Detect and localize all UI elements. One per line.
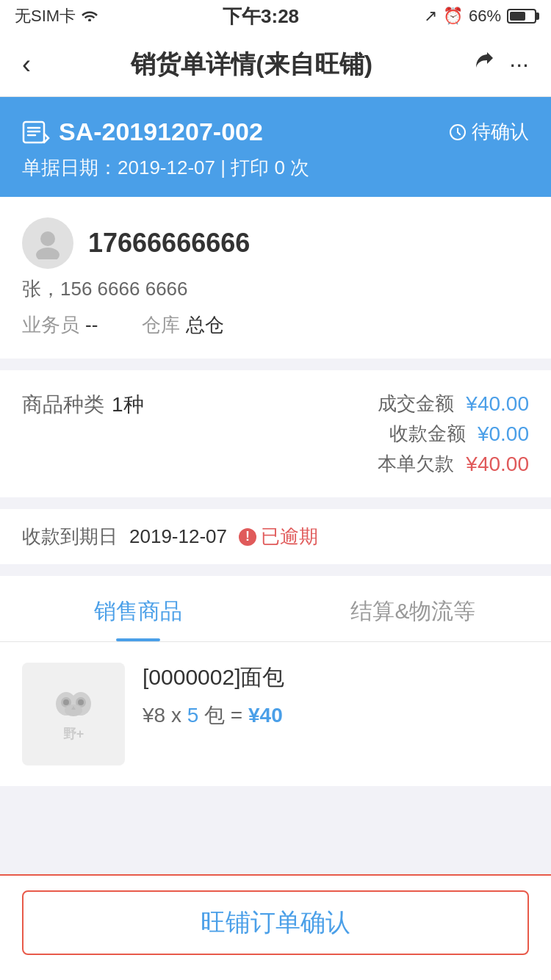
battery-label: 66% bbox=[469, 7, 501, 26]
product-thumbnail: 野+ bbox=[22, 663, 125, 765]
customer-section: 17666666666 张，156 6666 6666 业务员 -- 仓库 总仓 bbox=[0, 197, 551, 359]
status-bar: 无SIM卡 下午3:28 ↗ ⏰ 66% bbox=[0, 0, 551, 32]
order-id-icon bbox=[22, 120, 50, 144]
carrier-label: 无SIM卡 bbox=[15, 5, 76, 27]
back-button[interactable]: ‹ bbox=[22, 49, 31, 80]
page-title: 销货单详情(来自旺铺) bbox=[131, 48, 372, 82]
product-info: [0000002]面包 ¥8 x 5 包 = ¥40 bbox=[143, 663, 529, 729]
product-name: [0000002]面包 bbox=[143, 663, 529, 693]
summary-right: 成交金额 ¥40.00 收款金额 ¥0.00 本单欠款 ¥40.00 bbox=[378, 391, 529, 477]
summary-row-owed: 本单欠款 ¥40.00 bbox=[378, 451, 529, 477]
more-button[interactable]: ··· bbox=[509, 51, 529, 78]
clock-icon bbox=[450, 124, 466, 140]
svg-point-8 bbox=[63, 699, 69, 705]
battery-icon bbox=[507, 9, 536, 24]
svg-point-3 bbox=[36, 248, 60, 259]
nav-actions: ··· bbox=[472, 51, 529, 79]
svg-point-2 bbox=[40, 231, 55, 246]
customer-phone: 17666666666 bbox=[88, 228, 250, 259]
overdue-badge: ! 已逾期 bbox=[239, 524, 318, 550]
avatar bbox=[22, 217, 73, 269]
customer-name: 张，156 6666 6666 bbox=[22, 276, 529, 302]
order-date-line: 单据日期：2019-12-07 | 打印 0 次 bbox=[22, 155, 529, 181]
nav-bar: ‹ 销货单详情(来自旺铺) ··· bbox=[0, 32, 551, 97]
summary-left: 商品种类 1种 bbox=[22, 391, 144, 419]
thumb-label: 野+ bbox=[63, 725, 84, 743]
tab-sales[interactable]: 销售商品 bbox=[0, 576, 276, 641]
summary-row-received: 收款金额 ¥0.00 bbox=[389, 421, 529, 447]
overdue-icon: ! bbox=[239, 528, 256, 546]
share-button[interactable] bbox=[472, 51, 494, 79]
status-bar-time: 下午3:28 bbox=[223, 4, 299, 29]
tabs-row: 销售商品 结算&物流等 bbox=[0, 576, 551, 642]
status-bar-left: 无SIM卡 bbox=[15, 5, 98, 27]
alarm-icon: ⏰ bbox=[443, 7, 463, 26]
location-icon: ↗ bbox=[424, 7, 437, 26]
order-status: 待确认 bbox=[450, 119, 529, 145]
due-date-section: 收款到期日 2019-12-07 ! 已逾期 bbox=[0, 509, 551, 564]
owl-icon bbox=[51, 685, 96, 722]
product-price-row: ¥8 x 5 包 = ¥40 bbox=[143, 702, 529, 729]
svg-point-9 bbox=[78, 699, 84, 705]
warehouse-meta: 仓库 总仓 bbox=[142, 312, 224, 338]
confirm-order-button[interactable]: 旺铺订单确认 bbox=[22, 890, 529, 955]
wifi-icon bbox=[82, 7, 98, 26]
summary-row-deal: 成交金额 ¥40.00 bbox=[378, 391, 529, 417]
sales-meta: 业务员 -- bbox=[22, 312, 98, 338]
order-id: SA-20191207-002 bbox=[22, 118, 263, 146]
summary-type: 商品种类 1种 bbox=[22, 391, 144, 419]
tabs-section: 销售商品 结算&物流等 bbox=[0, 576, 551, 642]
product-item: 野+ [0000002]面包 ¥8 x 5 包 = ¥40 bbox=[0, 642, 551, 786]
customer-meta: 业务员 -- 仓库 总仓 bbox=[22, 312, 529, 338]
status-bar-right: ↗ ⏰ 66% bbox=[424, 7, 536, 26]
bottom-bar: 旺铺订单确认 bbox=[0, 874, 551, 980]
summary-section: 商品种类 1种 成交金额 ¥40.00 收款金额 ¥0.00 本单欠款 ¥40.… bbox=[0, 370, 551, 497]
order-header-card: SA-20191207-002 待确认 单据日期：2019-12-07 | 打印… bbox=[0, 97, 551, 197]
tab-settlement[interactable]: 结算&物流等 bbox=[276, 576, 551, 641]
